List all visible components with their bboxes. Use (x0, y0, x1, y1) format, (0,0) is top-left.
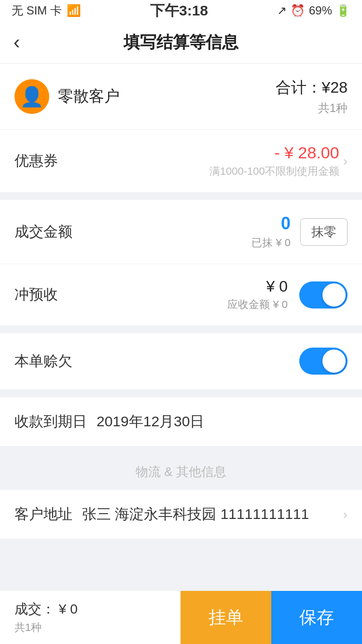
deal-amount-value[interactable]: 0 (251, 213, 291, 234)
debit-label: 本单赊欠 (14, 351, 72, 371)
customer-section: 👤 零散客户 合计：¥28 共1种 优惠券 - ¥ 28.00 满1000-10… (0, 64, 362, 192)
alarm-icon: ⏰ (291, 4, 305, 17)
coupon-value-group: - ¥ 28.00 满1000-100不限制使用金额 (209, 143, 339, 179)
logistics-label: 物流 & 其他信息 (136, 464, 226, 479)
bottom-deal-label: 成交： (14, 602, 55, 616)
bottom-count: 共1种 (14, 620, 166, 635)
bottom-deal: 成交： ¥ 0 (14, 600, 166, 618)
prepay-amount: ¥ 0 (227, 278, 288, 295)
duedate-row[interactable]: 收款到期日 2019年12月30日 (0, 397, 362, 446)
prepay-right: ¥ 0 应收金额 ¥ 0 (227, 278, 348, 312)
status-time: 下午3:18 (150, 1, 208, 21)
customer-right: 合计：¥28 共1种 (276, 77, 348, 116)
coupon-amount: - ¥ 28.00 (209, 143, 339, 162)
status-left: 无 SIM 卡 📶 (12, 3, 81, 18)
customer-left: 👤 零散客户 (14, 79, 120, 114)
total-count: 共1种 (276, 100, 348, 116)
deal-right: 0 已抹 ¥ 0 抹零 (251, 213, 348, 250)
save-label: 保存 (299, 606, 334, 630)
debit-toggle-circle (322, 350, 346, 373)
hang-button[interactable]: 挂单 (181, 591, 271, 644)
logistics-section: 物流 & 其他信息 (0, 454, 362, 490)
prepay-label: 冲预收 (14, 285, 58, 305)
hang-label: 挂单 (209, 606, 243, 630)
debit-toggle[interactable] (299, 348, 348, 375)
address-label: 客户地址 (14, 504, 72, 524)
address-chevron-right-icon: › (343, 507, 348, 522)
location-icon: ↗ (277, 4, 287, 17)
deal-row: 成交金额 0 已抹 ¥ 0 抹零 (0, 200, 362, 264)
debit-section: 本单赊欠 (0, 333, 362, 389)
coupon-right: - ¥ 28.00 满1000-100不限制使用金额 › (209, 143, 348, 179)
address-value: 张三 海淀永丰科技园 11111111111 (82, 504, 343, 524)
coupon-row[interactable]: 优惠券 - ¥ 28.00 满1000-100不限制使用金额 › (0, 129, 362, 192)
battery-label: 69% (309, 4, 332, 17)
toggle-circle (322, 283, 346, 307)
bottom-bar: 成交： ¥ 0 共1种 挂单 保存 (0, 591, 362, 644)
avatar: 👤 (14, 79, 49, 114)
deal-section: 成交金额 0 已抹 ¥ 0 抹零 冲预收 ¥ 0 应收金额 ¥ 0 (0, 200, 362, 325)
bottom-deal-amount: ¥ 0 (59, 602, 78, 616)
bottom-summary: 成交： ¥ 0 共1种 (0, 600, 181, 635)
chevron-right-icon: › (343, 154, 348, 169)
prepay-amount-col: ¥ 0 应收金额 ¥ 0 (227, 278, 288, 312)
coupon-label: 优惠券 (14, 151, 58, 171)
deal-label: 成交金额 (14, 222, 72, 242)
deal-amount-col: 0 已抹 ¥ 0 (251, 213, 291, 250)
duedate-value: 2019年12月30日 (97, 412, 204, 432)
status-right: ↗ ⏰ 69% 🔋 (277, 4, 350, 17)
wifi-icon: 📶 (67, 4, 81, 17)
nav-bar: ‹ 填写结算等信息 (0, 21, 362, 64)
round-zero-button[interactable]: 抹零 (300, 218, 348, 246)
prepay-toggle[interactable] (299, 281, 348, 308)
page-title: 填写结算等信息 (124, 31, 238, 54)
prepay-receivable: 应收金额 ¥ 0 (227, 297, 288, 312)
status-bar: 无 SIM 卡 📶 下午3:18 ↗ ⏰ 69% 🔋 (0, 0, 362, 21)
duedate-label: 收款到期日 (14, 412, 87, 432)
address-section[interactable]: 客户地址 张三 海淀永丰科技园 11111111111 › (0, 490, 362, 539)
total-amount: 合计：¥28 (276, 77, 348, 98)
customer-row: 👤 零散客户 合计：¥28 共1种 (0, 64, 362, 129)
prepay-row: 冲预收 ¥ 0 应收金额 ¥ 0 (0, 264, 362, 325)
back-button[interactable]: ‹ (14, 31, 20, 53)
coupon-desc: 满1000-100不限制使用金额 (209, 164, 339, 179)
no-sim-label: 无 SIM 卡 (12, 3, 62, 18)
customer-name: 零散客户 (58, 86, 120, 107)
save-button[interactable]: 保存 (271, 591, 362, 644)
person-icon: 👤 (20, 85, 44, 108)
deal-already: 已抹 ¥ 0 (251, 236, 291, 250)
divider (0, 446, 362, 454)
battery-icon: 🔋 (336, 4, 350, 17)
